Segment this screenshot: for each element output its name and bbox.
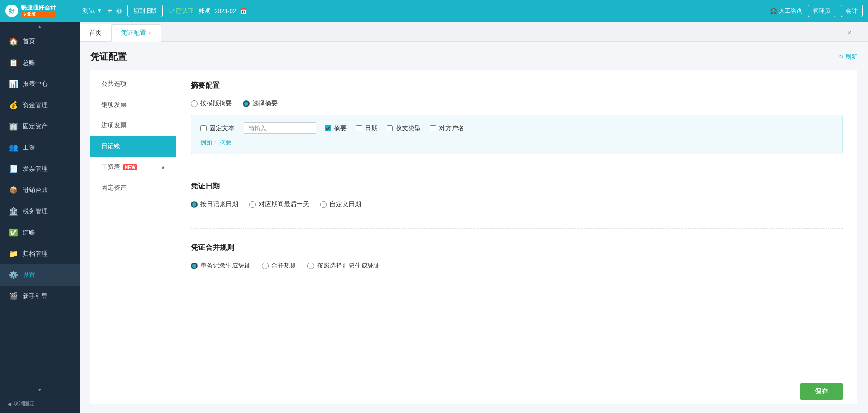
calendar-icon[interactable]: 📅 [240,8,247,14]
summary-checkbox[interactable] [325,125,331,131]
sidebar-label-assets: 固定资产 [23,122,48,131]
sidebar-item-purchase-sale[interactable]: 📦 进销台账 [0,179,80,201]
fixed-text-checkbox[interactable] [200,125,207,131]
date-checkbox[interactable] [356,125,362,131]
sidebar-item-invoice[interactable]: 🧾 发票管理 [0,158,80,179]
refresh-icon: ↻ [839,53,844,60]
close-window-button[interactable]: × [848,28,852,37]
left-nav-label-journal: 日记账 [101,142,120,150]
cancel-fixed-button[interactable]: ◀ 取消固定 [7,400,72,408]
sidebar-item-guide[interactable]: 🎬 新手引导 [0,286,80,307]
invoice-icon: 🧾 [9,164,18,173]
tab-close-icon[interactable]: × [149,30,152,36]
merge-option3-radio[interactable] [307,263,314,269]
summary-section-title: 摘要配置 [191,81,843,90]
fixed-text-input[interactable] [244,122,316,134]
tab-voucher-config-label: 凭证配置 [121,29,146,37]
left-nav-item-fixed-assets[interactable]: 固定资产 [90,178,176,198]
sidebar-item-report[interactable]: 📊 报表中心 [0,73,80,94]
date-option3-text: 自定义日期 [330,200,361,208]
date-checkbox-label[interactable]: 日期 [356,124,377,132]
date-option2-label[interactable]: 对应期间最后一天 [249,200,309,208]
sidebar-item-closing[interactable]: ✅ 结账 [0,222,80,243]
sidebar-label-salary: 工资 [23,144,35,152]
sidebar-label-settings: 设置 [23,271,35,279]
add-icon[interactable]: + [108,6,113,16]
date-option3-label[interactable]: 自定义日期 [320,200,361,208]
sidebar-item-salary[interactable]: 👥 工资 [0,137,80,158]
logo-icon: 好 [5,5,18,17]
income-type-checkbox-label[interactable]: 收支类型 [387,124,421,132]
tab-voucher-config[interactable]: 凭证配置 × [111,24,161,42]
consult-link[interactable]: 🎧 人工咨询 [770,7,802,15]
logo: 好 畅捷通好会计 专业版 [5,4,73,18]
date-option3-radio[interactable] [320,201,327,208]
summary-option1-label[interactable]: 按模版摘要 [191,99,232,108]
tab-home[interactable]: 首页 [80,24,111,41]
merge-option3-label[interactable]: 按照选择汇总生成凭证 [307,262,380,270]
date-option1-label[interactable]: 按日记账日期 [191,200,238,208]
sidebar-item-ledger[interactable]: 📋 总账 [0,52,80,73]
cancel-fixed-label: 取消固定 [13,400,35,408]
left-nav-label-sales-invoice: 销项发票 [101,101,127,109]
date-checkbox-text: 日期 [365,124,377,132]
sidebar-item-tax[interactable]: 🏦 税务管理 [0,201,80,222]
archive-icon: 📁 [9,249,18,258]
merge-option1-label[interactable]: 单条记录生成凭证 [191,262,251,270]
merge-option3-text: 按照选择汇总生成凭证 [317,262,380,270]
summary-option1-radio[interactable] [191,100,198,107]
left-nav-item-public[interactable]: 公共选项 [90,74,176,94]
sidebar-item-archive[interactable]: 📁 归档管理 [0,243,80,264]
summary-checkbox-label[interactable]: 摘要 [325,124,347,132]
left-nav-item-purchase-invoice[interactable]: 进项发票 [90,115,176,136]
sidebar-item-home[interactable]: 🏠 首页 [0,31,80,52]
counterparty-checkbox[interactable] [430,125,436,131]
fixed-text-checkbox-label[interactable]: 固定文本 [200,124,235,132]
switch-old-button[interactable]: 切到旧版 [127,5,163,17]
purchase-sale-icon: 📦 [9,186,18,194]
counterparty-checkbox-label[interactable]: 对方户名 [430,124,464,132]
summary-option2-radio[interactable] [243,100,250,107]
admin-button[interactable]: 管理员 [808,5,835,17]
settings-icon[interactable]: ⚙ [116,7,122,15]
page-title-bar: 凭证配置 ↻ 刷新 [90,51,857,63]
sidebar-label-home: 首页 [23,38,35,46]
sidebar-scroll-up[interactable]: ▲ [0,22,80,31]
page-title: 凭证配置 [90,51,127,63]
date-option1-radio[interactable] [191,201,198,208]
sidebar-scroll-down[interactable]: ▼ [0,385,80,394]
summary-radio-group: 按模版摘要 选择摘要 [191,99,843,108]
merge-radio-group: 单条记录生成凭证 合并规则 按照选择汇总生成凭证 [191,262,843,270]
sidebar-items: 🏠 首页 📋 总账 📊 报表中心 💰 资金管理 🏢 固定资产 👥 工资 [0,31,80,385]
topbar: 好 畅捷通好会计 专业版 测试 ▼ + ⚙ 切到旧版 🛡 已认证 账期 2023… [0,0,868,22]
tax-icon: 🏦 [9,207,18,216]
date-option2-radio[interactable] [249,201,256,208]
sidebar: ▲ 🏠 首页 📋 总账 📊 报表中心 💰 资金管理 🏢 固定资产 [0,22,80,413]
sidebar-item-settings[interactable]: ⚙️ 设置 [0,264,80,286]
income-type-checkbox[interactable] [387,125,393,131]
fullscreen-button[interactable]: ⛶ [855,28,863,37]
refresh-button[interactable]: ↻ 刷新 [839,53,857,61]
save-button[interactable]: 保存 [800,383,843,400]
left-nav-item-sales-invoice[interactable]: 销项发票 [90,94,176,115]
merge-option2-label[interactable]: 合并规则 [262,262,297,270]
merge-option1-radio[interactable] [191,263,198,269]
period-badge: 账期 2023-02 📅 [199,7,247,15]
date-config-section: 凭证日期 按日记账日期 对应期间最后一天 [191,182,843,229]
left-nav-label-purchase-invoice: 进项发票 [101,122,127,130]
left-nav: 公共选项 销项发票 进项发票 日记账 工资表 NEW ∨ [90,70,176,379]
summary-option2-label[interactable]: 选择摘要 [243,99,278,108]
sidebar-label-archive: 归档管理 [23,250,48,258]
topbar-project[interactable]: 测试 ▼ [82,7,102,15]
left-nav-item-payroll[interactable]: 工资表 NEW ∨ [90,157,176,178]
accountant-button[interactable]: 会计 [841,5,863,17]
dropdown-icon[interactable]: ▼ [97,8,102,14]
left-nav-label-payroll: 工资表 [101,163,120,171]
sidebar-item-assets[interactable]: 🏢 固定资产 [0,116,80,137]
new-badge: NEW [123,164,137,170]
merge-option2-radio[interactable] [262,263,269,269]
left-nav-item-journal[interactable]: 日记账 [90,136,176,157]
sidebar-item-capital[interactable]: 💰 资金管理 [0,94,80,116]
merge-option2-text: 合并规则 [271,262,297,270]
logo-sub: 专业版 [21,11,56,18]
